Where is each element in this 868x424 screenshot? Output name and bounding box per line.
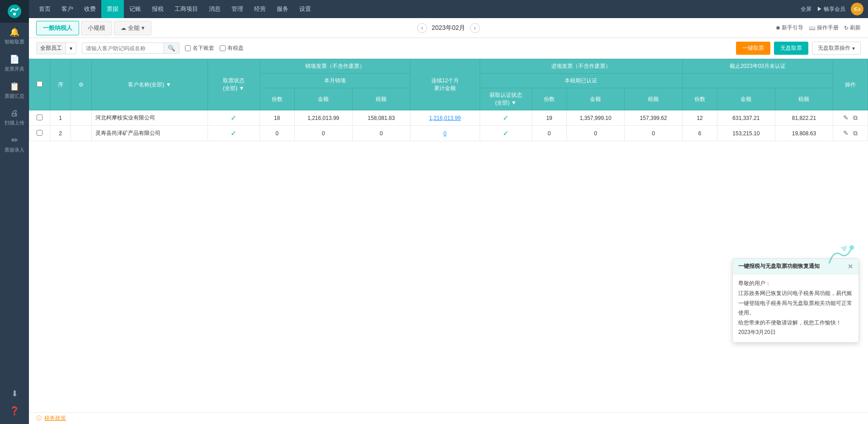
sidebar-item-scan[interactable]: 🖨 扫描上传 — [0, 104, 29, 131]
row-month-tax-0: 158,081.83 — [352, 110, 410, 126]
row-month-amount-0: 1,216,013.99 — [294, 110, 352, 126]
cert-status-check-0: ✓ — [503, 114, 509, 122]
nav-business[interactable]: 工商项目 — [169, 0, 203, 18]
edit-icon-0[interactable]: ✎ — [843, 114, 849, 121]
popup-content: 尊敬的用户：江苏政务网已恢复访问电子税务局功能，易代账一键登陆电子税务局与无盘取… — [738, 279, 853, 338]
search-box: 🔍 — [82, 43, 179, 54]
no-disk-take-btn[interactable]: 无盘取票 — [774, 42, 808, 55]
refresh-link[interactable]: ↻ 刷新 — [844, 24, 861, 32]
row-check-0[interactable] — [37, 114, 42, 120]
row-month-amount-1: 0 — [294, 126, 352, 141]
no-disk-ops-btn[interactable]: 无盘取票操作 ▾ — [812, 42, 861, 55]
row-settings-0 — [71, 110, 92, 126]
row-cumulative-1: 0 — [410, 126, 480, 141]
nav-bookkeeping[interactable]: 记账 — [124, 0, 146, 18]
sidebar-help-icon[interactable]: ❓ — [0, 402, 29, 419]
main-area: 首页 客户 收费 票据 记账 报税 工商项目 消息 管理 经营 服务 设置 全屏… — [29, 0, 868, 424]
check-tax-label[interactable]: 有税盘 — [220, 44, 244, 52]
copy-icon-0[interactable]: ⧉ — [853, 114, 858, 121]
nav-tax[interactable]: 报税 — [146, 0, 169, 18]
period-display: 2023年02月 — [432, 24, 466, 32]
sidebar-logo — [0, 0, 29, 23]
popup-scroll[interactable]: 尊敬的用户：江苏政务网已恢复访问电子税务局功能，易代账一键登陆电子税务局与无盘取… — [738, 279, 853, 338]
popup-body: 尊敬的用户：江苏政务网已恢复访问电子税务局功能，易代账一键登陆电子税务局与无盘取… — [733, 274, 859, 342]
row-check-1[interactable] — [37, 130, 42, 136]
member-btn[interactable]: ▶ 畅享会员 — [817, 5, 845, 13]
prev-period-btn[interactable]: ‹ — [417, 23, 427, 33]
tab-right: ✱ 新手引导 📖 操作手册 ↻ 刷新 — [776, 24, 861, 32]
next-period-btn[interactable]: › — [470, 23, 480, 33]
popup-close-btn[interactable]: ✕ — [848, 263, 853, 270]
sidebar-item-invoice[interactable]: 📄 发票开具 — [0, 50, 29, 77]
search-input[interactable] — [82, 43, 164, 53]
nav-operate[interactable]: 经营 — [249, 0, 271, 18]
row-ops-1: ✎ ⧉ — [833, 126, 868, 141]
sidebar: 🔔 智能取票 📄 发票开具 📋 票据汇总 🖨 扫描上传 ✏ 票据录入 ⬇ ❓ — [0, 0, 29, 424]
nav-service[interactable]: 服务 — [271, 0, 294, 18]
copy-icon-1[interactable]: ⧉ — [853, 129, 858, 137]
cumulative-link-0[interactable]: 1,216,013.99 — [429, 115, 461, 121]
tabbar: 一般纳税人 小规模 ☁ 全能 ▾ ‹ 2023年02月 › ✱ 新手 — [29, 18, 868, 38]
sidebar-item-entry[interactable]: ✏ 票据录入 — [0, 131, 29, 158]
sidebar-item-summary[interactable]: 📋 票据汇总 — [0, 77, 29, 104]
svg-point-0 — [8, 5, 21, 18]
tax-policy-link[interactable]: 税务政策 — [44, 414, 66, 422]
tab-center: ‹ 2023年02月 › — [417, 23, 480, 33]
check-tax-checkbox[interactable] — [220, 45, 226, 51]
th-sales-group: 销项发票（不含作废票） — [259, 59, 410, 74]
entry-icon: ✏ — [11, 135, 18, 145]
th-period-amount: 金额 — [566, 88, 624, 110]
nav-client[interactable]: 客户 — [56, 0, 79, 18]
th-uncert-sub — [682, 74, 833, 88]
tab-small-scale[interactable]: 小规模 — [81, 21, 112, 35]
row-uncert-copies-0: 12 — [682, 110, 717, 126]
refresh-icon: ↻ — [844, 25, 849, 31]
row-period-copies-0: 19 — [532, 110, 566, 126]
row-checkbox-0[interactable] — [29, 110, 50, 126]
th-current-month: 本月销项 — [259, 74, 410, 88]
sidebar-item-smarttake[interactable]: 🔔 智能取票 — [0, 23, 29, 50]
sidebar-download-icon[interactable]: ⬇ — [0, 385, 29, 402]
th-cumulative: 连续12个月累计金额 — [410, 59, 480, 110]
th-cert-status: 获取认证状态(全部) ▼ — [480, 88, 532, 110]
nav-manage[interactable]: 管理 — [226, 0, 249, 18]
avatar[interactable]: tEa — [851, 3, 863, 15]
row-certstatus-0: ✓ — [480, 110, 532, 126]
take-status-check-1: ✓ — [231, 129, 236, 137]
nav-fee[interactable]: 收费 — [79, 0, 101, 18]
nav-message[interactable]: 消息 — [203, 0, 226, 18]
row-month-copies-0: 18 — [259, 110, 294, 126]
nav-home[interactable]: 首页 — [33, 0, 56, 18]
row-takestatus-1: ✓ — [208, 126, 259, 141]
filterbar: 全部员工 ▾ 🔍 名下账套 有税盘 一键取票 无盘取票 无 — [29, 38, 868, 59]
row-uncert-tax-1: 19,808.63 — [775, 126, 833, 141]
manual-icon: 📖 — [809, 25, 816, 31]
new-guide-link[interactable]: ✱ 新手引导 — [776, 24, 803, 32]
search-button[interactable]: 🔍 — [164, 43, 179, 53]
edit-icon-1[interactable]: ✎ — [843, 129, 849, 137]
row-period-amount-1: 0 — [566, 126, 624, 141]
select-all-checkbox[interactable] — [37, 81, 42, 87]
tab-general-taxpayer[interactable]: 一般纳税人 — [36, 21, 79, 35]
th-period-tax: 税额 — [624, 88, 682, 110]
row-month-copies-1: 0 — [259, 126, 294, 141]
cumulative-link-1[interactable]: 0 — [443, 130, 447, 137]
tab-all[interactable]: ☁ 全能 ▾ — [114, 21, 151, 35]
employee-select[interactable]: 全部员工 ▾ — [36, 42, 76, 54]
row-checkbox-1[interactable] — [29, 126, 50, 141]
th-current-period-certified: 本税期已认证 — [480, 74, 682, 88]
manual-link[interactable]: 📖 操作手册 — [809, 24, 839, 32]
check-account-checkbox[interactable] — [185, 45, 191, 51]
row-period-tax-0: 157,399.62 — [624, 110, 682, 126]
chevron-down-icon: ▾ — [70, 45, 72, 52]
row-takestatus-0: ✓ — [208, 110, 259, 126]
one-click-take-btn[interactable]: 一键取票 — [736, 42, 770, 55]
popup-header: 一键报税与无盘取票功能恢复通知 ✕ — [733, 259, 859, 274]
row-name-1: 灵寿县尚泽矿产品有限公司 — [92, 126, 208, 141]
check-account-label[interactable]: 名下账套 — [185, 44, 214, 52]
nav-invoice[interactable]: 票据 — [101, 0, 124, 18]
fullscreen-btn[interactable]: 全屏 — [801, 5, 811, 13]
main-table: 序 ⚙ 客户名称(全部) ▼ 取票状态(全部) ▼ 销项发票（不含作废票） 连续… — [29, 59, 868, 141]
row-month-tax-1: 0 — [352, 126, 410, 141]
nav-settings[interactable]: 设置 — [294, 0, 316, 18]
